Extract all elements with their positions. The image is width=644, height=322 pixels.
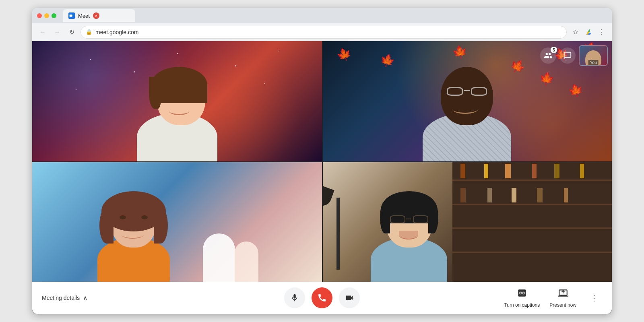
lock-icon: 🔒 [86, 29, 92, 35]
forward-button[interactable]: → [52, 27, 63, 38]
toolbar-actions: ☆ ⋮ [570, 27, 607, 38]
grid-divider-horizontal [32, 161, 612, 162]
participant-count: 5 [551, 47, 557, 53]
drive-button[interactable] [583, 27, 594, 38]
meeting-details-label: Meeting details [42, 295, 80, 301]
present-icon [558, 288, 568, 301]
present-action[interactable]: Present now [549, 288, 576, 308]
meet-top-right-controls: 5 You [540, 45, 608, 66]
active-tab[interactable]: Meet × [63, 9, 135, 22]
maximize-button[interactable] [52, 13, 56, 18]
address-bar[interactable]: 🔒 meet.google.com [80, 26, 567, 39]
forward-icon: → [54, 29, 60, 36]
chat-button[interactable] [559, 47, 576, 64]
back-button[interactable]: ← [37, 27, 48, 38]
meet-container: 🍁 🍁 🍁 🍁 🍁 🍁 🍁 🍁 [32, 41, 612, 314]
meet-bottom-bar: Meeting details ∧ [32, 282, 612, 314]
svg-rect-1 [70, 14, 72, 17]
close-button[interactable] [37, 13, 42, 18]
more-options-meet-button[interactable]: ⋮ [586, 290, 602, 306]
camera-icon [345, 293, 354, 302]
camera-button[interactable] [339, 287, 360, 308]
mic-icon [290, 293, 299, 302]
video-cell-1 [32, 41, 322, 161]
people-icon [544, 51, 553, 60]
end-call-icon [317, 293, 327, 303]
captions-label: Turn on captions [504, 302, 540, 308]
more-icon: ⋮ [598, 28, 605, 36]
more-options-button[interactable]: ⋮ [596, 27, 607, 38]
right-actions: Turn on captions Present now ⋮ [504, 288, 602, 308]
browser-window: Meet × ← → ↻ 🔒 meet.google.com ☆ [32, 8, 612, 314]
video-grid: 🍁 🍁 🍁 🍁 🍁 🍁 🍁 🍁 [32, 41, 612, 282]
present-label: Present now [549, 302, 576, 308]
mic-button[interactable] [284, 287, 305, 308]
refresh-icon: ↻ [69, 28, 74, 36]
captions-action[interactable]: Turn on captions [504, 288, 540, 308]
browser-toolbar: ← → ↻ 🔒 meet.google.com ☆ ⋮ [32, 23, 612, 41]
self-preview-container: You [579, 45, 608, 66]
center-controls [284, 287, 360, 308]
end-call-button[interactable] [312, 287, 332, 308]
more-dots-icon: ⋮ [590, 293, 598, 303]
bookmark-button[interactable]: ☆ [570, 27, 581, 38]
participants-button[interactable]: 5 [540, 47, 556, 64]
video-cell-3 [32, 161, 322, 282]
refresh-button[interactable]: ↻ [66, 27, 77, 38]
minimize-button[interactable] [44, 13, 49, 18]
browser-titlebar: Meet × [32, 8, 612, 23]
chevron-up-icon: ∧ [83, 294, 88, 302]
bookmark-icon: ☆ [573, 28, 578, 36]
captions-icon [517, 288, 527, 301]
meet-favicon [68, 12, 75, 19]
traffic-lights [37, 13, 56, 18]
url-text: meet.google.com [95, 29, 561, 35]
video-cell-4 [322, 161, 612, 282]
meeting-details[interactable]: Meeting details ∧ [42, 294, 88, 302]
tab-bar: Meet × [63, 9, 607, 22]
self-label: You [588, 60, 599, 65]
drive-icon [585, 29, 592, 36]
back-icon: ← [39, 29, 46, 36]
chat-icon [563, 51, 572, 60]
tab-close-button[interactable]: × [93, 12, 99, 19]
tab-title: Meet [78, 13, 90, 19]
